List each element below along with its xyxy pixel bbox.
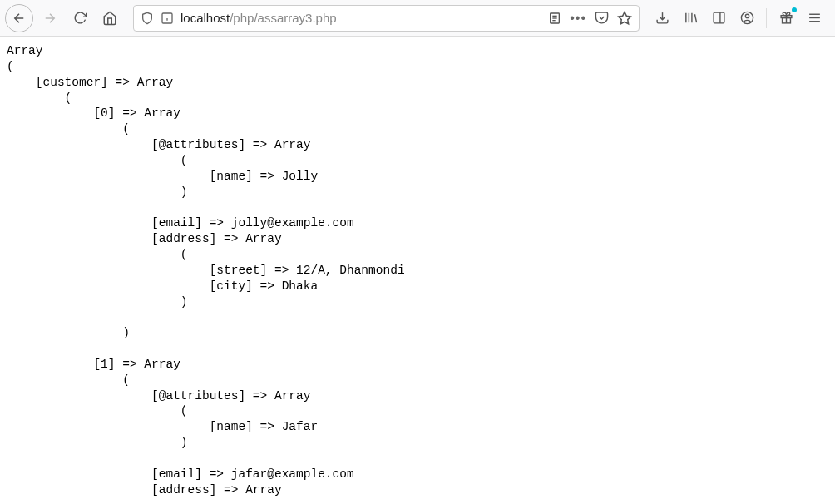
svg-point-16 — [745, 14, 749, 17]
print-r-output: Array ( [customer] => Array ( [0] => Arr… — [7, 43, 828, 497]
home-button[interactable] — [96, 5, 123, 32]
reader-mode-icon[interactable] — [548, 12, 561, 25]
library-button[interactable] — [678, 6, 703, 31]
url-text[interactable]: localhost/php/assarray3.php — [180, 11, 541, 25]
page-content[interactable]: Array ( [customer] => Array ( [0] => Arr… — [0, 37, 835, 504]
whats-new-button[interactable] — [773, 6, 798, 31]
download-icon — [655, 11, 669, 25]
sidebar-icon — [712, 11, 726, 25]
notification-dot — [792, 7, 797, 12]
app-menu-button[interactable] — [802, 6, 827, 31]
forward-button[interactable] — [37, 5, 63, 32]
arrow-right-icon — [42, 11, 57, 26]
library-icon — [684, 11, 698, 25]
account-button[interactable] — [734, 6, 759, 31]
reload-button[interactable] — [67, 5, 93, 32]
downloads-button[interactable] — [650, 6, 674, 31]
svg-marker-7 — [619, 12, 631, 23]
url-path: /php/assarray3.php — [230, 11, 336, 25]
home-icon — [102, 11, 117, 26]
account-icon — [740, 11, 754, 25]
toolbar-separator — [766, 8, 767, 28]
url-bar[interactable]: localhost/php/assarray3.php ••• — [133, 5, 640, 32]
pocket-icon[interactable] — [595, 11, 609, 25]
svg-rect-13 — [714, 12, 724, 23]
back-button[interactable] — [5, 4, 33, 32]
toolbar-right — [650, 6, 830, 31]
page-actions-icon[interactable]: ••• — [570, 11, 586, 26]
sidebar-button[interactable] — [706, 6, 731, 31]
browser-toolbar: localhost/php/assarray3.php ••• — [0, 0, 835, 37]
hamburger-icon — [808, 11, 822, 25]
svg-line-12 — [694, 14, 696, 22]
arrow-left-icon — [12, 11, 27, 26]
url-host: localhost — [180, 11, 230, 25]
bookmark-star-icon[interactable] — [617, 11, 632, 26]
shield-icon[interactable] — [141, 12, 154, 25]
info-icon[interactable] — [161, 12, 174, 25]
reload-icon — [73, 11, 87, 25]
gift-icon — [779, 11, 793, 25]
